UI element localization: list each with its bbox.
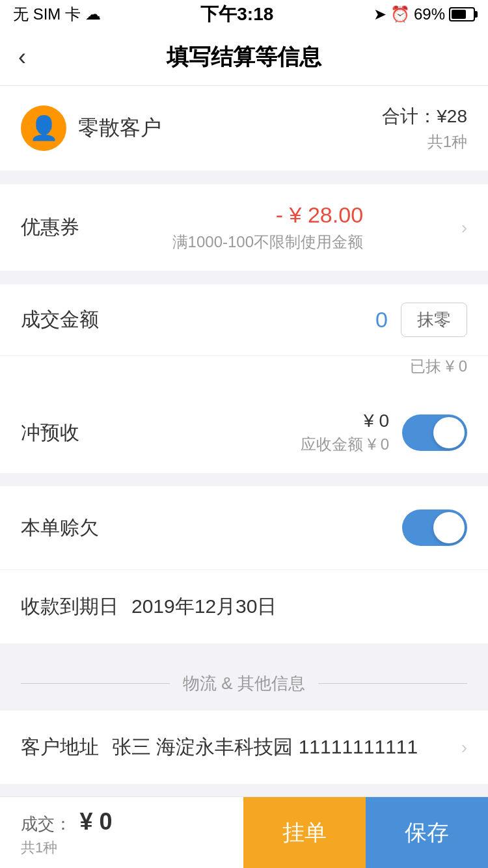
precollect-right: ¥ 0 应收金额 ¥ 0 <box>301 411 467 455</box>
deal-amount-row: 成交金额 0 抹零 <box>0 284 488 356</box>
coupon-row[interactable]: 优惠券 - ¥ 28.00 满1000-100不限制使用金额 › <box>0 184 488 271</box>
due-date-row: 收款到期日 2019年12月30日 <box>0 570 488 644</box>
precollect-toggle[interactable] <box>402 414 467 451</box>
deal-amount-card: 成交金额 0 抹零 已抹 ¥ 0 冲预收 ¥ 0 应收金额 ¥ 0 <box>0 284 488 473</box>
divider-4 <box>0 644 488 657</box>
deal-amount-value: 0 <box>375 307 388 332</box>
content: 👤 零散客户 合计：¥28 共1种 优惠券 - ¥ 28.00 满1000-10… <box>0 86 488 863</box>
logistics-header: 物流 & 其他信息 <box>0 657 488 711</box>
address-chevron-icon: › <box>461 737 467 758</box>
address-value: 张三 海淀永丰科技园 11111111111 <box>112 734 456 761</box>
coupon-right: - ¥ 28.00 满1000-100不限制使用金额 <box>172 202 363 252</box>
address-right: › <box>456 737 467 758</box>
bottom-deal-amount: ¥ 0 <box>79 808 112 835</box>
deal-amount-label: 成交金额 <box>21 306 99 333</box>
precollect-amount: ¥ 0 <box>301 411 389 431</box>
bottom-deal-info: 成交： ¥ 0 共1种 <box>0 808 243 858</box>
location-icon: ➤ <box>373 5 386 23</box>
address-label: 客户地址 <box>21 734 99 761</box>
battery-icon <box>449 7 475 21</box>
deal-sub-row: 已抹 ¥ 0 <box>0 356 488 392</box>
battery-percent: 69% <box>414 5 445 23</box>
customer-card: 👤 零散客户 合计：¥28 共1种 <box>0 86 488 171</box>
debt-label: 本单赊欠 <box>21 515 99 541</box>
avatar-icon: 👤 <box>29 115 59 142</box>
status-bar: 无 SIM 卡 ☁ 下午3:18 ➤ ⏰ 69% <box>0 0 488 29</box>
divider-3 <box>0 473 488 486</box>
status-time: 下午3:18 <box>200 2 273 27</box>
coupon-chevron-icon: › <box>461 217 467 238</box>
precollect-receivable: 应收金额 ¥ 0 <box>301 434 389 455</box>
bottom-deal-label: 成交： <box>21 814 72 834</box>
bottom-deal-row: 成交： ¥ 0 <box>21 808 223 835</box>
due-date-label: 收款到期日 <box>21 593 118 620</box>
address-card: 客户地址 张三 海淀永丰科技园 11111111111 › <box>0 711 488 785</box>
coupon-value: - ¥ 28.00 <box>276 202 363 228</box>
precollect-info: ¥ 0 应收金额 ¥ 0 <box>301 411 389 455</box>
divider-2 <box>0 271 488 284</box>
coupon-sub: 满1000-100不限制使用金额 <box>172 232 363 252</box>
customer-total: 合计：¥28 <box>382 104 467 129</box>
debt-toggle[interactable] <box>402 509 467 546</box>
precollect-row: 冲预收 ¥ 0 应收金额 ¥ 0 <box>0 392 488 473</box>
sim-signal: 无 SIM 卡 ☁ <box>13 4 101 25</box>
status-left: 无 SIM 卡 ☁ <box>13 4 101 25</box>
customer-avatar: 👤 <box>21 105 66 151</box>
customer-count: 共1种 <box>382 131 467 152</box>
address-row[interactable]: 客户地址 张三 海淀永丰科技园 11111111111 › <box>0 711 488 785</box>
debt-card: 本单赊欠 收款到期日 2019年12月30日 <box>0 486 488 644</box>
customer-info: 👤 零散客户 <box>21 105 161 151</box>
logistics-label: 物流 & 其他信息 <box>170 672 318 695</box>
precollect-label: 冲预收 <box>21 420 79 446</box>
save-button[interactable]: 保存 <box>366 797 488 869</box>
customer-total-info: 合计：¥28 共1种 <box>382 104 467 152</box>
coupon-card: 优惠券 - ¥ 28.00 满1000-100不限制使用金额 › <box>0 184 488 271</box>
logistics-line-right <box>318 683 467 684</box>
customer-name: 零散客户 <box>78 114 161 142</box>
coupon-label: 优惠券 <box>21 214 79 241</box>
debt-row: 本单赊欠 <box>0 486 488 570</box>
deal-sub-text: 已抹 ¥ 0 <box>410 356 467 377</box>
divider-1 <box>0 171 488 184</box>
round-zero-button[interactable]: 抹零 <box>401 303 467 337</box>
bottom-count: 共1种 <box>21 838 223 858</box>
due-date-value: 2019年12月30日 <box>131 593 277 620</box>
bottom-bar: 成交： ¥ 0 共1种 挂单 保存 <box>0 796 488 868</box>
alarm-icon: ⏰ <box>390 5 410 23</box>
logistics-line-left <box>21 683 170 684</box>
status-right: ➤ ⏰ 69% <box>373 5 475 23</box>
hang-button[interactable]: 挂单 <box>243 797 366 869</box>
deal-amount-right: 0 抹零 <box>375 303 467 337</box>
page-title: 填写结算等信息 <box>167 42 321 72</box>
back-button[interactable]: ‹ <box>18 44 26 71</box>
nav-bar: ‹ 填写结算等信息 <box>0 29 488 86</box>
customer-row: 👤 零散客户 合计：¥28 共1种 <box>0 86 488 171</box>
